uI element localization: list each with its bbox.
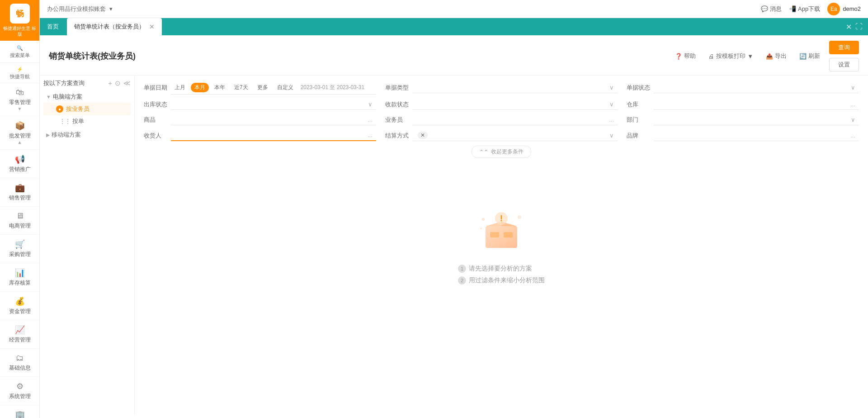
- sidebar-item-base[interactable]: 🗂 基础信息: [0, 349, 39, 377]
- consignee-label: 收货人: [144, 132, 171, 140]
- help-icon: ❓: [675, 53, 682, 60]
- date-btn-custom[interactable]: 自定义: [274, 83, 297, 92]
- dept-field[interactable]: ∨: [654, 114, 859, 125]
- wholesale-expand: ▲: [18, 140, 22, 145]
- sidebar-item-ecommerce[interactable]: 🖥 电商管理: [0, 207, 39, 235]
- message-btn[interactable]: 💬 消息: [761, 5, 782, 13]
- sidebar-search-label: 搜索菜单: [10, 52, 30, 59]
- filter-row-3: 商品 ... 业务员 ... 部门: [144, 114, 859, 125]
- sales-icon: 💼: [15, 183, 25, 193]
- consignee-field[interactable]: ...: [171, 130, 376, 141]
- sidebar: 畅 畅捷通好生意 标版 🔍 搜索菜单 ⚡ 快捷导航 🛍 零售管理 ▼ 📦 批发管…: [0, 0, 40, 418]
- pc-group-label: 电脑端方案: [53, 93, 82, 101]
- refresh-icon: 🔄: [799, 53, 807, 60]
- sidebar-item-retail[interactable]: 🛍 零售管理 ▼: [0, 83, 39, 116]
- tip-num-1: 1: [458, 265, 466, 273]
- brand-field[interactable]: ...: [654, 130, 859, 141]
- date-btn-prev-month[interactable]: 上月: [171, 83, 189, 92]
- sidebar-quicknav-label: 快捷导航: [10, 73, 30, 80]
- doctype-chevron: ∨: [609, 84, 614, 91]
- filter-consignee-group: 收货人 ...: [144, 130, 376, 141]
- sidebar-item-enterprise[interactable]: 🏢 企业协同: [0, 405, 39, 418]
- docstatus-field[interactable]: ∨: [654, 82, 859, 93]
- page-title: 销货单统计表(按业务员): [49, 51, 136, 62]
- collapse-btn[interactable]: ⌃⌃ 收起更多条件: [472, 146, 531, 158]
- date-field: 上月 本月 本年 近7天 更多 自定义 2023-03-01 至 2023-03…: [171, 81, 376, 95]
- empty-tip-1: 1 请先选择要分析的方案: [458, 265, 545, 273]
- staff-field[interactable]: ...: [412, 114, 618, 125]
- settings-button[interactable]: 设置: [829, 58, 859, 71]
- goods-label: 商品: [144, 116, 171, 124]
- receiptstatus-field[interactable]: ∨: [412, 99, 618, 110]
- sidebar-retail-label: 零售管理: [9, 99, 31, 106]
- app-icon: 📲: [789, 5, 796, 12]
- refresh-btn[interactable]: 🔄 刷新: [796, 50, 824, 62]
- tab-sales-stat[interactable]: 销货单统计表（按业务员） ✕: [67, 18, 162, 35]
- sidebar-item-inventory[interactable]: 📊 库存核算: [0, 263, 39, 292]
- purchase-icon: 🛒: [15, 239, 25, 249]
- scheme-group-pc-header[interactable]: ▼ 电脑端方案: [43, 91, 131, 103]
- sidebar-item-purchase[interactable]: 🛒 采购管理: [0, 235, 39, 263]
- warehouse-dots: ...: [850, 101, 855, 108]
- tip-text-2: 用过滤条件来缩小分析范围: [469, 276, 545, 285]
- retail-icon: 🛍: [16, 88, 24, 97]
- payment-tag-x[interactable]: ✕: [420, 132, 425, 138]
- export-btn[interactable]: 📤 导出: [762, 50, 790, 62]
- date-btn-more[interactable]: 更多: [254, 83, 272, 92]
- filter-staff-group: 业务员 ...: [385, 114, 618, 125]
- scheme-group-mobile-header[interactable]: ▶ 移动端方案: [43, 129, 131, 141]
- page-header: 销货单统计表(按业务员) ❓ 帮助 🖨 按模板打印 ▼ 📤 导出: [40, 35, 868, 76]
- filter-dept-group: 部门 ∨: [627, 114, 859, 125]
- app-download-btn[interactable]: 📲 App下载: [789, 5, 820, 13]
- sidebar-item-operations[interactable]: 📈 经营管理: [0, 320, 39, 349]
- tab-close-icon[interactable]: ✕: [149, 23, 155, 30]
- tab-fullscreen-icon[interactable]: ⛶: [855, 23, 863, 31]
- sidebar-finance-label: 资金管理: [9, 308, 31, 315]
- sidebar-item-system[interactable]: ⚙ 系统管理: [0, 377, 39, 405]
- sidebar-ecommerce-label: 电商管理: [9, 222, 31, 230]
- template-print-btn[interactable]: 🖨 按模板打印 ▼: [705, 50, 757, 62]
- docstatus-label: 单据状态: [627, 84, 654, 92]
- date-btn-this-month[interactable]: 本月: [191, 83, 209, 92]
- help-btn[interactable]: ❓ 帮助: [671, 50, 699, 62]
- doctype-field[interactable]: ∨: [412, 82, 618, 93]
- add-scheme-icon[interactable]: +: [108, 79, 112, 87]
- topbar: 办公用品行业模拟账套 ▾ 💬 消息 📲 App下载 Ea demo2: [40, 0, 868, 18]
- brand-label: 品牌: [627, 132, 654, 140]
- outstatus-field[interactable]: ∨: [171, 99, 376, 110]
- message-label: 消息: [770, 5, 782, 13]
- topbar-title: 办公用品行业模拟账套: [47, 5, 106, 13]
- edit-scheme-icon[interactable]: ⊙: [115, 79, 121, 87]
- tab-close-all-icon[interactable]: ✕: [846, 23, 852, 31]
- query-button[interactable]: 查询: [829, 41, 859, 54]
- marketing-icon: 📢: [15, 154, 25, 164]
- sidebar-item-search[interactable]: 🔍 搜索菜单: [0, 41, 39, 63]
- topbar-dropdown[interactable]: ▾: [109, 5, 113, 12]
- collapse-panel-icon[interactable]: ≪: [123, 79, 131, 87]
- payment-field[interactable]: ✕ ∨: [412, 130, 618, 141]
- user-menu[interactable]: Ea demo2: [827, 3, 861, 15]
- date-btn-this-year[interactable]: 本年: [211, 83, 229, 92]
- goods-field[interactable]: ...: [171, 114, 376, 125]
- filter-row-4: 收货人 ... 结算方式 ✕: [144, 130, 859, 141]
- svg-rect-3: [490, 232, 499, 238]
- sidebar-item-finance[interactable]: 💰 资金管理: [0, 292, 39, 320]
- topbar-right: 💬 消息 📲 App下载 Ea demo2: [761, 3, 861, 15]
- date-btn-7days[interactable]: 近7天: [231, 83, 252, 92]
- sidebar-item-wholesale[interactable]: 📦 批发管理 ▲: [0, 116, 39, 150]
- scheme-item-by-staff[interactable]: ● 按业务员: [43, 103, 131, 115]
- empty-tip-2: 2 用过滤条件来缩小分析范围: [458, 276, 545, 285]
- sidebar-item-sales[interactable]: 💼 销售管理: [0, 178, 39, 207]
- warehouse-field[interactable]: ...: [654, 99, 859, 110]
- scheme-item-by-order[interactable]: ⋮⋮ 按单: [43, 115, 131, 127]
- scheme-group-mobile: ▶ 移动端方案: [43, 129, 131, 141]
- sidebar-marketing-label: 营销推广: [9, 166, 31, 173]
- template-expand-icon: ▼: [747, 53, 753, 60]
- filter-goods-group: 商品 ...: [144, 114, 376, 125]
- mobile-group-expand-icon: ▶: [46, 132, 50, 138]
- sidebar-item-quicknav[interactable]: ⚡ 快捷导航: [0, 63, 39, 83]
- sidebar-item-marketing[interactable]: 📢 营销推广: [0, 150, 39, 178]
- tab-home[interactable]: 首页: [40, 18, 66, 35]
- sidebar-base-label: 基础信息: [9, 364, 31, 372]
- scheme-by-staff-label: 按业务员: [66, 105, 90, 113]
